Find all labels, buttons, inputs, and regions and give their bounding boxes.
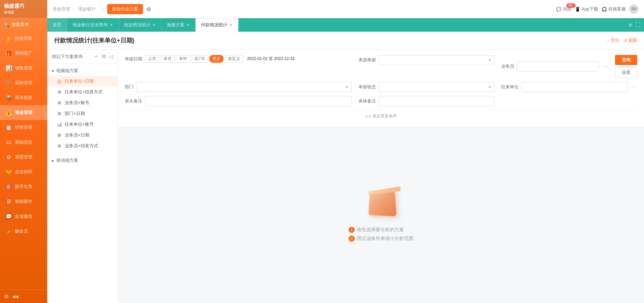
scheme-item-dept-date[interactable]: ⊞ 部门+日期	[47, 108, 118, 119]
source-label: 来源单据	[358, 57, 376, 63]
breadcrumb2-text: 现金银行	[78, 6, 96, 12]
empty-texts: 1 请先选择要分析的方案 2 用过滤条件来缩小分析范围	[349, 227, 413, 244]
left-panel-header: 按以下方案查询 ＋ ⚙ ◁	[47, 50, 118, 64]
export-label: 导出	[611, 37, 619, 43]
right-panel: 单据日期 上月 本月 本年 近7天 更多 自定义 2022-01-01 至 20…	[118, 50, 644, 303]
filter-staff: 业务员 ··· 查询 设置	[501, 55, 637, 78]
scheme-unit-settle-icon: ⊞	[57, 89, 62, 95]
pc-scheme-group-title[interactable]: ▾ 电脑端方案	[47, 66, 118, 76]
app-download-btn[interactable]: 📱 App下载	[575, 6, 598, 12]
tab-new-scheme-label: 新建方案	[167, 22, 184, 28]
tab-receipt-stat[interactable]: 收款情况统计 ✕	[119, 18, 162, 32]
scheme-item-unit-date[interactable]: ◎ 往来单位+日期	[47, 76, 118, 87]
scheme-item-staff-date[interactable]: ⊞ 业务员+日期	[47, 130, 118, 141]
sidebar-item-basic[interactable]: 🗂 基础信息	[0, 135, 47, 150]
refresh-btn[interactable]: ↺ 刷新	[623, 37, 637, 43]
staff-more-btn[interactable]: ···	[602, 63, 609, 69]
query-btn[interactable]: 查询	[615, 55, 637, 65]
export-btn[interactable]: ↑ 导出	[607, 37, 620, 43]
sidebar-item-label: 快捷导航	[15, 35, 32, 41]
pc-group-label: 电脑端方案	[56, 68, 78, 74]
sidebar-item-purchase[interactable]: 🛒 采购管理	[0, 75, 47, 90]
sidebar-search[interactable]: 🔍 搜索菜单	[0, 18, 47, 31]
body-remark-input[interactable]	[379, 96, 495, 106]
sidebar-item-guide[interactable]: 🎯 新手引导	[0, 179, 47, 194]
tab-home[interactable]: 首页	[47, 18, 67, 32]
hint-num-2: 2	[349, 236, 355, 242]
settings-bottom-icon[interactable]: ⚙	[4, 293, 9, 300]
doc-status-select[interactable]: ▼	[379, 82, 495, 92]
sidebar-item-sales[interactable]: 📊 销售管理	[0, 61, 47, 75]
scheme-item-staff-settle[interactable]: ⊞ 业务员+结算方式	[47, 141, 118, 151]
sidebar-item-capital[interactable]: 💰 资金管理	[0, 105, 47, 120]
msg-badge: 99+	[566, 3, 576, 8]
sidebar-item-enterprise[interactable]: 🤝 企业协同	[0, 164, 47, 179]
settings-icon[interactable]: ⚙	[146, 6, 151, 12]
sidebar-item-operation[interactable]: 📋 经营管理	[0, 120, 47, 135]
setting-btn[interactable]: 设置	[615, 67, 637, 78]
tab-expand-icon[interactable]: ⛶	[635, 22, 641, 28]
date-btn-this-year[interactable]: 本年	[176, 55, 190, 63]
scheme-item-staff-account[interactable]: ⊞ 业务员+账号	[47, 97, 118, 108]
tab-bank-flow-close[interactable]: ✕	[110, 23, 113, 27]
avatar[interactable]: Rit	[629, 4, 639, 14]
tab-home-label: 首页	[53, 22, 61, 28]
mobile-scheme-group-title[interactable]: ▸ 移动端方案	[47, 155, 118, 165]
pc-scheme-group: ▾ 电脑端方案 ◎ 往来单位+日期 ⊞ 往来单位+结算方式 ⊞ 业务员+账号 ⊞	[47, 64, 118, 153]
tab-new-scheme[interactable]: 新建方案 ✕	[162, 18, 196, 32]
header-remark-input[interactable]	[145, 96, 352, 106]
sidebar-item-inventory[interactable]: 📦 库存核算	[0, 90, 47, 105]
collapse-sidebar-icon[interactable]: ◀◀	[12, 294, 18, 299]
scheme-item-unit-settle[interactable]: ⊞ 往来单位+结算方式	[47, 87, 118, 97]
operation-icon: 📋	[5, 124, 12, 131]
online-service-btn[interactable]: 🎧 在线客服	[602, 6, 626, 12]
staff-label: 业务员	[501, 63, 514, 69]
date-btn-custom[interactable]: 自定义	[225, 55, 243, 63]
source-select[interactable]: ▼	[379, 55, 495, 65]
date-btn-7days[interactable]: 近7天	[192, 55, 208, 63]
sidebar-item-hardware[interactable]: 🖥 智能硬件	[0, 194, 47, 209]
sidebar-item-label: 基础信息	[15, 139, 32, 145]
sidebar-item-marketing[interactable]: 🎁 营销推广	[0, 46, 47, 61]
empty-state: 1 请先选择要分析的方案 2 用过滤条件来缩小分析范围	[118, 127, 644, 303]
tab-payment-stat-label: 付款情况统计	[201, 22, 227, 28]
counterpart-select[interactable]	[521, 82, 627, 92]
collapse-more-btn[interactable]: ∧∧ 收起更多条件	[125, 110, 637, 122]
date-btn-more[interactable]: 更多	[209, 55, 224, 63]
sidebar-item-wechat[interactable]: 💬 企业微信	[0, 209, 47, 224]
scheme-unit-account-label: 往来单位+账号	[65, 121, 94, 127]
tab-bank-flow[interactable]: 现金银行流水查询 ✕	[67, 18, 119, 32]
date-btn-this-month[interactable]: 本月	[160, 55, 175, 63]
guide-icon: 🎯	[5, 183, 12, 190]
tab-payment-stat-close[interactable]: ✕	[229, 23, 233, 27]
sidebar-item-member[interactable]: ✓ 畅会员	[0, 224, 47, 239]
date-btn-last-month[interactable]: 上月	[145, 55, 159, 63]
wechat-icon: 💬	[5, 213, 12, 220]
trial-btn[interactable]: 体验行业方案	[107, 4, 143, 14]
msg-btn[interactable]: 💬 消息 99+	[556, 6, 572, 12]
tab-payment-stat[interactable]: 付款情况统计 ✕	[196, 18, 238, 32]
staff-select[interactable]	[517, 61, 599, 71]
sidebar-item-system[interactable]: ⚙ 系统管理	[0, 150, 47, 164]
dept-select[interactable]: ▼	[136, 82, 352, 92]
scheme-settings-btn[interactable]: ⚙	[101, 53, 106, 60]
filter-row-3: 表头备注 表体备注	[125, 96, 637, 106]
refresh-label: 刷新	[628, 37, 637, 43]
tab-receipt-stat-close[interactable]: ✕	[152, 23, 156, 27]
tab-close-all-icon[interactable]: ✕	[628, 22, 633, 28]
scheme-item-unit-account[interactable]: 📊 往来单位+账号	[47, 119, 118, 130]
sidebar-item-quick-nav[interactable]: ⚡ 快捷导航	[0, 31, 47, 46]
mobile-scheme-group: ▸ 移动端方案	[47, 153, 118, 168]
scheme-staff-date-icon: ⊞	[57, 132, 62, 138]
scheme-staff-settle-icon: ⊞	[57, 143, 62, 149]
counterpart-more-btn[interactable]: ···	[630, 84, 637, 90]
add-scheme-btn[interactable]: ＋	[93, 53, 99, 60]
page-header: 付款情况统计(往来单位+日期) ↑ 导出 ↺ 刷新	[47, 32, 644, 50]
empty-box-graphic	[369, 190, 397, 216]
msg-icon: 💬	[556, 7, 561, 12]
tab-bank-flow-label: 现金银行流水查询	[72, 22, 108, 28]
collapse-panel-btn[interactable]: ◁	[109, 53, 113, 60]
tab-new-scheme-close[interactable]: ✕	[186, 23, 190, 27]
body-remark-label: 表体备注	[358, 98, 376, 104]
counterpart-label: 往来单位	[501, 84, 519, 90]
